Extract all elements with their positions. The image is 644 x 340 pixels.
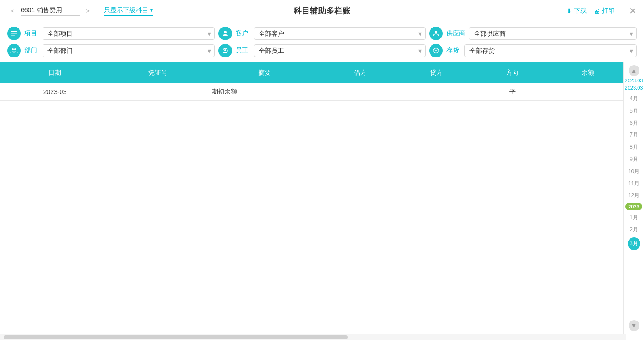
department-select-wrapper[interactable]: 全部部门 xyxy=(43,44,215,57)
print-btn[interactable]: 🖨 打印 xyxy=(594,7,615,15)
table-header-row: 日期 凭证号 摘要 借方 贷方 方向 余额 xyxy=(0,62,626,83)
sidebar-item-5[interactable]: 5月 xyxy=(624,105,644,117)
cell-summary: 期初余额 xyxy=(206,83,323,101)
employee-label: 员工 xyxy=(236,47,250,55)
table-wrapper: 日期 凭证号 摘要 借方 贷方 方向 余额 2023-03 期初余额 xyxy=(0,62,626,334)
project-label: 项目 xyxy=(24,29,39,38)
col-voucher: 凭证号 xyxy=(110,62,206,83)
sidebar-down-arrow[interactable]: ▼ xyxy=(629,320,639,331)
supplier-label: 供应商 xyxy=(446,29,465,38)
svg-point-3 xyxy=(435,31,437,33)
cell-date: 2023-03 xyxy=(0,83,110,101)
download-btn[interactable]: ⬇ 下载 xyxy=(567,7,587,15)
supplier-icon xyxy=(429,27,443,40)
nav-next-btn[interactable]: ＞ xyxy=(82,6,93,16)
supplier-select-wrapper[interactable]: 全部供应商 xyxy=(469,27,637,40)
svg-rect-1 xyxy=(11,33,17,34)
table-row: 2023-03 期初余额 平 xyxy=(0,83,626,101)
svg-rect-2 xyxy=(11,35,15,36)
cell-direction: 平 xyxy=(474,83,550,101)
customer-icon xyxy=(218,27,232,40)
sidebar-up-arrow[interactable]: ▲ xyxy=(629,65,639,76)
h-scrollbar-track xyxy=(4,335,348,339)
svg-point-5 xyxy=(14,48,16,50)
main-container: ＜ 6601 销售费用 ＞ 只显示下级科目 ▾ 科目辅助多栏账 ⬇ 下载 🖨 打… xyxy=(0,0,644,340)
project-select-wrapper[interactable]: 全部项目 xyxy=(43,27,215,40)
sidebar-item-8[interactable]: 8月 xyxy=(624,141,644,153)
sidebar-item-7[interactable]: 7月 xyxy=(624,129,644,141)
col-debit: 借方 xyxy=(323,62,399,83)
inventory-select-wrapper[interactable]: 全部存货 xyxy=(464,44,637,57)
svg-point-4 xyxy=(12,48,14,50)
employee-select-wrapper[interactable]: 全部员工 xyxy=(254,44,426,57)
top-actions: ⬇ 下载 🖨 打印 ✕ xyxy=(567,5,637,16)
inventory-filter-item: 存货 全部存货 xyxy=(429,44,637,57)
project-icon xyxy=(7,27,21,40)
sidebar-item-10[interactable]: 10月 xyxy=(624,165,644,178)
inventory-select[interactable]: 全部存货 xyxy=(464,44,637,57)
cell-voucher xyxy=(110,83,206,101)
sidebar-item-6[interactable]: 6月 xyxy=(624,117,644,129)
show-sub-arrow: ▾ xyxy=(150,7,153,14)
page-title: 科目辅助多栏账 xyxy=(294,5,350,16)
inventory-label: 存货 xyxy=(446,47,461,55)
download-icon: ⬇ xyxy=(567,7,572,14)
sidebar-item-4[interactable]: 4月 xyxy=(624,93,644,105)
col-summary: 摘要 xyxy=(206,62,323,83)
department-filter-item: 部门 全部部门 xyxy=(7,44,215,57)
supplier-select[interactable]: 全部供应商 xyxy=(469,27,637,40)
employee-filter-item: 员工 全部员工 xyxy=(218,44,426,57)
customer-select-wrapper[interactable]: 全部客户 xyxy=(254,27,426,40)
svg-rect-0 xyxy=(11,31,17,32)
show-sub-dropdown[interactable]: 只显示下级科目 ▾ xyxy=(104,6,153,16)
supplier-filter-item: 供应商 全部供应商 xyxy=(429,27,637,40)
department-icon xyxy=(7,44,21,57)
account-title: 6601 销售费用 xyxy=(21,6,80,16)
account-nav: ＜ 6601 销售费用 ＞ xyxy=(7,6,93,16)
customer-label: 客户 xyxy=(236,29,250,38)
employee-icon xyxy=(218,44,232,57)
divider-1 xyxy=(626,92,642,92)
h-scrollbar-area[interactable] xyxy=(0,334,626,340)
customer-select[interactable]: 全部客户 xyxy=(254,27,426,40)
sidebar-selected-2[interactable]: 2023.03 xyxy=(624,84,644,91)
sidebar-item-11[interactable]: 11月 xyxy=(624,178,644,190)
cell-debit xyxy=(323,83,399,101)
sidebar-item-jan[interactable]: 1月 xyxy=(624,212,644,224)
project-select[interactable]: 全部项目 xyxy=(43,27,215,40)
department-select[interactable]: 全部部门 xyxy=(43,44,215,57)
employee-select[interactable]: 全部员工 xyxy=(254,44,426,57)
print-icon: 🖨 xyxy=(594,7,600,14)
sidebar-item-mar-active[interactable]: 3月 xyxy=(628,237,640,250)
svg-point-7 xyxy=(224,49,226,51)
col-date: 日期 xyxy=(0,62,110,83)
top-bar: ＜ 6601 销售费用 ＞ 只显示下级科目 ▾ 科目辅助多栏账 ⬇ 下载 🖨 打… xyxy=(0,0,644,22)
right-sidebar: ▲ 2023.03 2023.03 4月 5月 6月 7月 8月 9月 10月 … xyxy=(623,62,644,334)
main-table: 日期 凭证号 摘要 借方 贷方 方向 余额 2023-03 期初余额 xyxy=(0,62,626,101)
col-balance: 余额 xyxy=(550,62,626,83)
filter-area: 项目 全部项目 客户 全部客户 供应商 xyxy=(0,22,644,62)
show-sub-label: 只显示下级科目 xyxy=(104,6,148,14)
inventory-icon xyxy=(429,44,443,57)
project-filter-item: 项目 全部项目 xyxy=(7,27,215,40)
col-credit: 贷方 xyxy=(398,62,474,83)
sidebar-item-12[interactable]: 12月 xyxy=(624,189,644,202)
year-badge-2023[interactable]: 2023 xyxy=(625,203,642,210)
customer-filter-item: 客户 全部客户 xyxy=(218,27,426,40)
cell-balance xyxy=(550,83,626,101)
col-direction: 方向 xyxy=(474,62,550,83)
close-btn[interactable]: ✕ xyxy=(629,5,637,16)
sidebar-item-9[interactable]: 9月 xyxy=(624,153,644,165)
cell-credit xyxy=(398,83,474,101)
nav-prev-btn[interactable]: ＜ xyxy=(7,6,18,16)
sidebar-item-feb[interactable]: 2月 xyxy=(624,224,644,236)
department-label: 部门 xyxy=(24,47,39,55)
sidebar-selected-1[interactable]: 2023.03 xyxy=(624,77,644,84)
